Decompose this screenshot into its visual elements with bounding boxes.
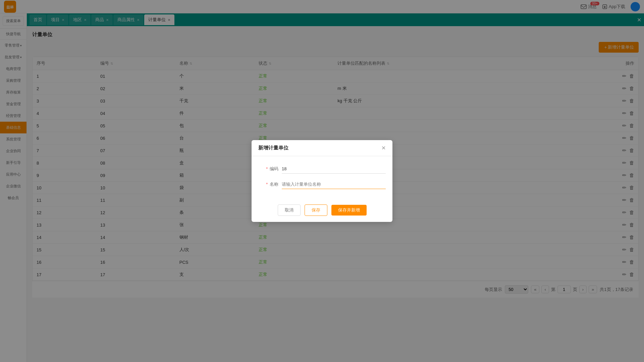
- name-field-row: * 名称: [258, 180, 386, 189]
- modal-body: * 编码 * 名称: [252, 156, 392, 200]
- modal-header: 新增计量单位 ✕: [252, 140, 392, 156]
- modal-close-button[interactable]: ✕: [381, 145, 386, 151]
- cancel-button[interactable]: 取消: [278, 204, 301, 216]
- name-required-mark: *: [266, 182, 268, 187]
- save-and-new-button[interactable]: 保存并新增: [331, 205, 367, 216]
- save-button[interactable]: 保存: [305, 204, 327, 216]
- modal-footer: 取消 保存 保存并新增: [252, 200, 392, 222]
- name-input[interactable]: [282, 180, 386, 189]
- modal-overlay[interactable]: 新增计量单位 ✕ * 编码 * 名称 取消 保存 保存并新增: [0, 0, 644, 362]
- name-label: * 名称: [258, 181, 278, 187]
- code-label: * 编码: [258, 166, 278, 172]
- code-field-row: * 编码: [258, 164, 386, 174]
- code-required-mark: *: [266, 166, 268, 171]
- modal-title: 新增计量单位: [258, 145, 288, 151]
- code-input[interactable]: [282, 164, 386, 174]
- add-unit-modal: 新增计量单位 ✕ * 编码 * 名称 取消 保存 保存并新增: [252, 140, 392, 222]
